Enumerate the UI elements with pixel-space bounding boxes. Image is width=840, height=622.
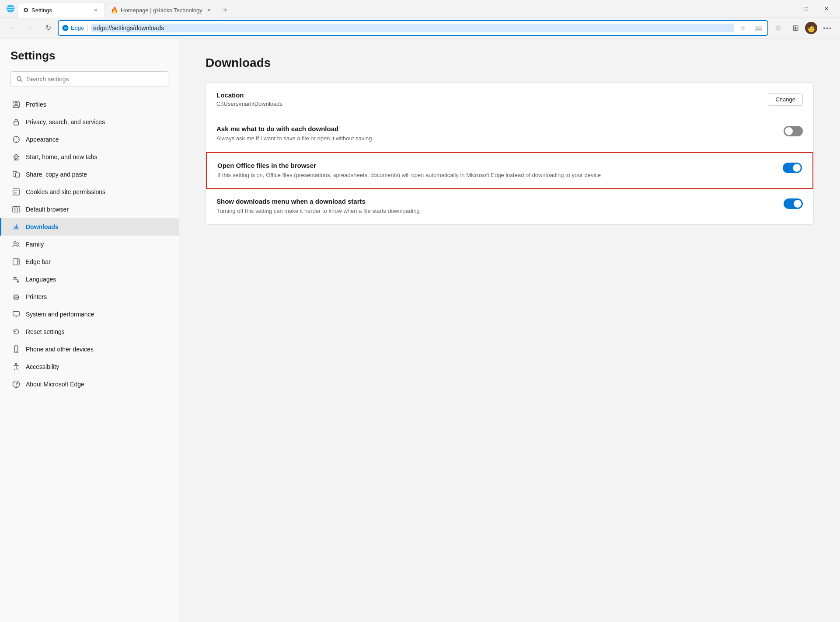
svg-rect-12	[13, 207, 20, 212]
sidebar-item-share-copy[interactable]: Share, copy and paste	[0, 166, 179, 183]
search-box[interactable]	[10, 71, 168, 87]
sidebar-item-appearance[interactable]: Appearance	[0, 131, 179, 148]
phone-label: Phone and other devices	[26, 346, 94, 353]
appearance-icon	[12, 135, 21, 144]
sidebar-item-family[interactable]: Family	[0, 236, 179, 253]
close-button[interactable]: ✕	[816, 2, 837, 16]
show-downloads-row: Show downloads menu when a download star…	[206, 189, 813, 224]
edge-bar-icon	[12, 257, 21, 266]
ask-download-slider	[784, 126, 803, 136]
accessibility-icon	[12, 362, 21, 371]
downloads-label: Downloads	[26, 223, 59, 230]
show-downloads-title: Show downloads menu when a download star…	[216, 198, 777, 205]
change-location-button[interactable]: Change	[768, 93, 803, 106]
ask-download-title: Ask me what to do with each download	[216, 125, 777, 132]
reset-icon	[12, 327, 21, 336]
ask-download-row: Ask me what to do with each download Alw…	[206, 116, 813, 152]
svg-rect-11	[13, 189, 19, 195]
edge-logo: Edge	[62, 24, 84, 31]
sidebar-item-cookies[interactable]: Cookies and site permissions	[0, 183, 179, 201]
main-content: Downloads Location C:\Users\marti\Downlo…	[179, 38, 840, 622]
search-icon	[16, 76, 23, 83]
downloads-settings-card: Location C:\Users\marti\Downloads Change…	[206, 82, 814, 225]
show-downloads-toggle[interactable]	[784, 198, 803, 209]
show-downloads-subtitle: Turning off this setting can make it har…	[216, 207, 777, 215]
tab-settings[interactable]: ⚙ Settings ✕	[17, 3, 105, 17]
sidebar: Settings Profiles Privacy, search, and s…	[0, 38, 179, 622]
sidebar-item-default-browser[interactable]: Default browser	[0, 201, 179, 218]
svg-rect-17	[17, 259, 20, 265]
browser-icon: 🌐	[3, 2, 17, 16]
tab-ghacks-favicon: 🔥	[111, 7, 118, 14]
new-tab-button[interactable]: +	[218, 3, 232, 17]
read-collections-icon[interactable]: 📖	[752, 22, 764, 34]
languages-label: Languages	[26, 276, 56, 283]
tab-ghacks-label: Homepage | gHacks Technology	[121, 7, 202, 14]
sidebar-item-profiles[interactable]: Profiles	[0, 96, 179, 113]
ask-download-text: Ask me what to do with each download Alw…	[216, 125, 777, 143]
show-downloads-slider	[784, 198, 803, 209]
sidebar-item-phone[interactable]: Phone and other devices	[0, 341, 179, 358]
start-home-label: Start, home, and new tabs	[26, 153, 97, 160]
sidebar-item-accessibility[interactable]: Accessibility	[0, 358, 179, 375]
tab-ghacks[interactable]: 🔥 Homepage | gHacks Technology ✕	[105, 3, 218, 17]
menu-button[interactable]: ⋯	[819, 20, 835, 36]
start-home-icon	[12, 153, 21, 161]
svg-point-23	[15, 363, 17, 365]
minimize-button[interactable]: —	[776, 2, 796, 16]
reset-label: Reset settings	[26, 328, 65, 335]
forward-button[interactable]: →	[23, 20, 38, 36]
sidebar-item-privacy[interactable]: Privacy, search, and services	[0, 113, 179, 131]
default-browser-label: Default browser	[26, 206, 69, 213]
profiles-icon	[12, 100, 21, 109]
accessibility-label: Accessibility	[26, 363, 59, 370]
search-input[interactable]	[27, 76, 163, 83]
privacy-label: Privacy, search, and services	[26, 118, 105, 125]
svg-point-15	[17, 243, 19, 244]
sidebar-item-downloads[interactable]: Downloads	[0, 218, 179, 236]
back-button[interactable]: ←	[5, 20, 21, 36]
location-row: Location C:\Users\marti\Downloads Change	[206, 83, 813, 116]
refresh-button[interactable]: ↻	[40, 20, 56, 36]
favorites-button[interactable]: ☆	[770, 20, 786, 36]
sidebar-item-reset[interactable]: Reset settings	[0, 323, 179, 341]
sidebar-item-languages[interactable]: Languages	[0, 271, 179, 288]
window-controls: — □ ✕	[776, 2, 837, 16]
tab-settings-close[interactable]: ✕	[92, 7, 99, 14]
location-text: Location C:\Users\marti\Downloads	[216, 91, 761, 107]
system-label: System and performance	[26, 311, 94, 318]
cookies-icon	[12, 188, 21, 196]
sidebar-item-system[interactable]: System and performance	[0, 306, 179, 323]
toolbar-right: ☆ ⊞ 🧑 ⋯	[770, 20, 835, 36]
open-office-toggle[interactable]	[783, 163, 802, 173]
open-office-subtitle: If this setting is on, Office files (pre…	[217, 171, 776, 180]
edge-bar-label: Edge bar	[26, 258, 51, 265]
open-office-slider	[783, 163, 802, 173]
profile-avatar[interactable]: 🧑	[805, 22, 817, 34]
address-input[interactable]	[91, 24, 734, 32]
about-label: About Microsoft Edge	[26, 381, 84, 388]
svg-point-0	[17, 76, 21, 80]
sidebar-item-start-home[interactable]: Start, home, and new tabs	[0, 148, 179, 166]
ask-download-knob	[785, 127, 793, 135]
svg-rect-20	[13, 312, 19, 316]
titlebar: 🌐 ⚙ Settings ✕ 🔥 Homepage | gHacks Techn…	[0, 0, 840, 17]
address-bar[interactable]: Edge | ☆ 📖	[58, 20, 768, 36]
window-icon-area: 🌐	[3, 2, 17, 16]
tab-ghacks-close[interactable]: ✕	[205, 7, 213, 14]
browser-content: Settings Profiles Privacy, search, and s…	[0, 38, 840, 622]
svg-rect-9	[15, 173, 19, 177]
sidebar-item-edge-bar[interactable]: Edge bar	[0, 253, 179, 271]
avatar-image: 🧑	[806, 23, 816, 33]
svg-point-3	[15, 103, 17, 105]
collections-button[interactable]: ⊞	[788, 20, 803, 36]
favorites-icon[interactable]: ☆	[737, 22, 749, 34]
cookies-label: Cookies and site permissions	[26, 188, 105, 195]
ask-download-toggle[interactable]	[784, 126, 803, 136]
show-downloads-text: Show downloads menu when a download star…	[216, 198, 777, 215]
maximize-button[interactable]: □	[796, 2, 816, 16]
sidebar-item-about[interactable]: About Microsoft Edge	[0, 375, 179, 393]
downloads-icon	[12, 222, 21, 231]
tab-settings-label: Settings	[31, 7, 52, 14]
sidebar-item-printers[interactable]: Printers	[0, 288, 179, 306]
